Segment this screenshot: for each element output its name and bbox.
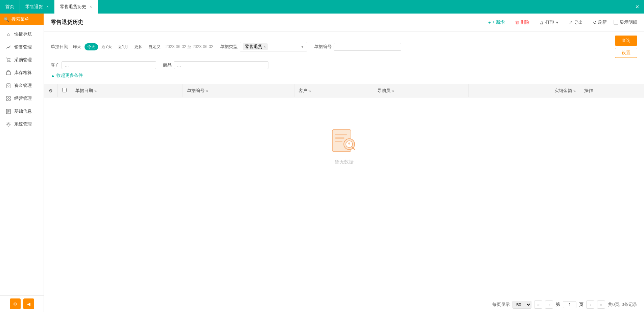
sort-icon-doc-date: ⇅ xyxy=(94,89,97,93)
svg-point-0 xyxy=(7,61,8,62)
date-1month[interactable]: 近1月 xyxy=(115,43,131,50)
date-more[interactable]: 更多 xyxy=(132,43,145,50)
doc-number-label: 单据编号 xyxy=(314,44,332,50)
th-doc-number[interactable]: 单据编号 ⇅ xyxy=(183,84,294,97)
th-settings[interactable]: ⚙ xyxy=(44,84,57,97)
filter-settings-button[interactable]: 设置 xyxy=(615,48,637,58)
date-filter: 单据日期 昨天 今天 近7天 近1月 更多 自定义 2023-06-02 至 2… xyxy=(51,43,213,50)
sort-icon-doc-number: ⇅ xyxy=(206,89,208,93)
delete-button[interactable]: 🗑 删除 xyxy=(511,18,533,27)
display-detail-label: 显示明细 xyxy=(620,19,637,25)
delete-label: 删除 xyxy=(521,19,529,25)
doc-type-label: 单据类型 xyxy=(220,44,238,50)
customer-label: 客户 xyxy=(51,62,59,68)
display-detail-checkbox[interactable] xyxy=(614,20,618,25)
sidebar-item-quick-nav[interactable]: ⌂ 快捷导航 xyxy=(0,28,44,41)
select-all-checkbox[interactable] xyxy=(62,88,67,92)
svg-point-1 xyxy=(9,61,10,62)
th-checkbox[interactable] xyxy=(57,84,71,97)
th-guide[interactable]: 导购员 ⇅ xyxy=(373,84,468,97)
new-button[interactable]: + + 新增 xyxy=(485,18,508,27)
page-next-btn[interactable]: › xyxy=(586,300,594,309)
tab-retail-return-close[interactable]: × xyxy=(46,4,49,9)
filter-area: 单据日期 昨天 今天 近7天 近1月 更多 自定义 2023-06-02 至 2… xyxy=(44,31,644,84)
page-last-btn[interactable]: » xyxy=(597,300,605,309)
date-today[interactable]: 今天 xyxy=(85,43,98,50)
th-customer[interactable]: 客户 ⇅ xyxy=(294,84,373,97)
display-detail: 显示明细 xyxy=(614,19,637,25)
page-label: 第 xyxy=(556,302,560,308)
refresh-button[interactable]: ↺ 刷新 xyxy=(590,18,610,27)
goods-label: 商品 xyxy=(163,62,172,68)
svg-rect-16 xyxy=(335,137,344,139)
date-yesterday[interactable]: 昨天 xyxy=(70,43,84,50)
page-prev-btn[interactable]: ‹ xyxy=(545,300,553,309)
tab-retail-return-label: 零售退货 xyxy=(25,4,43,10)
collapse-up-icon: ▲ xyxy=(51,73,55,78)
doc-type-filter: 单据类型 零售退货 × ▼ xyxy=(220,42,307,51)
page-number-input[interactable] xyxy=(563,301,576,308)
doc-type-tag: 零售退货 × xyxy=(243,43,268,50)
page-first-btn[interactable]: « xyxy=(534,300,542,309)
sidebar-item-inventory[interactable]: 库存核算 xyxy=(0,66,44,79)
sidebar-item-label-quick: 快捷导航 xyxy=(14,31,32,37)
inventory-icon xyxy=(5,70,11,76)
header-actions: + + 新增 🗑 删除 🖨 打印 ▼ ↗ 导出 ↺ xyxy=(485,18,637,27)
next-page-icon: › xyxy=(590,302,591,307)
window-close-btn[interactable]: × xyxy=(630,0,644,14)
tab-home[interactable]: 首页 xyxy=(0,0,20,14)
content-area: 零售退货历史 + + 新增 🗑 删除 🖨 打印 ▼ ↗ 导出 xyxy=(44,14,644,312)
sidebar-item-purchase[interactable]: 采购管理 xyxy=(0,53,44,66)
th-amount[interactable]: 实销金额 ⇅ xyxy=(468,84,580,97)
goods-select[interactable]: … xyxy=(174,61,268,69)
sidebar-settings-btn[interactable]: ⚙ xyxy=(10,298,21,309)
content-header: 零售退货历史 + + 新增 🗑 删除 🖨 打印 ▼ ↗ 导出 xyxy=(44,14,644,31)
print-button[interactable]: 🖨 打印 ▼ xyxy=(536,18,562,27)
svg-rect-7 xyxy=(6,99,8,101)
collapse-icon: ◀ xyxy=(27,302,30,307)
query-button[interactable]: 查询 xyxy=(615,36,637,46)
main-layout: 🔍 搜索菜单 ⌂ 快捷导航 销售管理 采购管理 xyxy=(0,14,644,312)
sort-icon-amount: ⇅ xyxy=(573,89,576,93)
page-size-select[interactable]: 50 10 20 100 xyxy=(512,301,531,309)
sidebar-item-operations[interactable]: 经营管理 xyxy=(0,92,44,105)
sales-icon xyxy=(5,44,11,50)
export-label: 导出 xyxy=(574,19,583,25)
page-title: 零售退货历史 xyxy=(51,19,83,26)
tab-retail-return[interactable]: 零售退货 × xyxy=(20,0,54,14)
sidebar-search[interactable]: 🔍 搜索菜单 xyxy=(0,14,44,25)
sidebar-item-label-sales: 销售管理 xyxy=(14,44,32,50)
tab-home-label: 首页 xyxy=(5,4,14,10)
empty-text: 暂无数据 xyxy=(335,159,354,165)
doc-type-tag-text: 零售退货 xyxy=(245,44,262,50)
export-button[interactable]: ↗ 导出 xyxy=(566,18,586,27)
svg-point-4 xyxy=(8,85,9,86)
collapse-conditions-btn[interactable]: ▲ 收起更多条件 xyxy=(51,72,637,79)
sidebar-item-label-purchase: 采购管理 xyxy=(14,57,32,63)
table-header-row: ⚙ 单据日期 ⇅ 单据编号 xyxy=(44,84,644,97)
doc-number-filter: 单据编号 xyxy=(314,43,401,51)
sidebar-item-basic-info[interactable]: 基础信息 xyxy=(0,105,44,118)
date-custom[interactable]: 自定义 xyxy=(146,43,163,50)
doc-type-select[interactable]: 零售退货 × ▼ xyxy=(240,42,307,51)
sidebar-item-sales[interactable]: 销售管理 xyxy=(0,41,44,53)
data-table: ⚙ 单据日期 ⇅ 单据编号 xyxy=(44,84,644,97)
svg-rect-3 xyxy=(7,84,10,88)
customer-select[interactable]: … xyxy=(62,61,156,69)
doc-type-tag-close[interactable]: × xyxy=(264,45,266,49)
doc-number-input[interactable] xyxy=(334,43,401,51)
operations-icon xyxy=(5,95,11,102)
sidebar-item-finance[interactable]: 资金管理 xyxy=(0,79,44,92)
query-actions: 查询 设置 xyxy=(615,36,637,58)
tab-retail-return-history[interactable]: 零售退货历史 × xyxy=(54,0,98,14)
quick-nav-icon: ⌂ xyxy=(5,31,11,37)
sidebar-collapse-btn[interactable]: ◀ xyxy=(23,298,34,309)
sidebar-item-system[interactable]: 系统管理 xyxy=(0,118,44,131)
date-7days[interactable]: 近7天 xyxy=(99,43,115,50)
th-doc-date[interactable]: 单据日期 ⇅ xyxy=(71,84,183,97)
sidebar-item-label-basic-info: 基础信息 xyxy=(14,108,32,114)
total-info: 共0页, 0条记录 xyxy=(608,302,637,308)
th-operation: 操作 xyxy=(580,84,644,97)
date-range-display: 2023-06-02 至 2023-06-02 xyxy=(165,44,213,50)
tab-retail-return-history-close[interactable]: × xyxy=(90,4,92,9)
